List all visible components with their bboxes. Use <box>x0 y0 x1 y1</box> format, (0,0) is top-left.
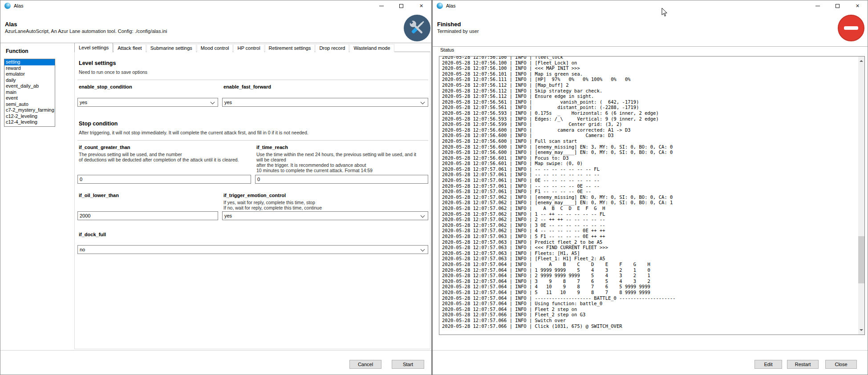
tab[interactable]: Level settings <box>74 43 113 52</box>
log-line: 2020-05-28 12:07:57.066 | INFO | Click (… <box>442 323 857 329</box>
field-description: The previous setting will be used, and t… <box>79 152 251 162</box>
sidebar-item[interactable]: daily <box>4 77 55 84</box>
close-window-button[interactable]: Close <box>825 360 857 369</box>
header-divider <box>433 46 868 47</box>
field-description: Use the time within the next 24 hours, t… <box>256 152 428 173</box>
maximize-button[interactable] <box>827 0 848 11</box>
log-lines: 2020-05-28 12:07:56.100 | INFO | fleet_l… <box>442 56 857 329</box>
maximize-icon <box>836 4 840 8</box>
log-line: 2020-05-28 12:07:57.063 | INFO | Fleets:… <box>442 250 857 256</box>
wrench-icon <box>404 15 430 41</box>
tab[interactable]: Mood control <box>197 44 233 52</box>
titlebar[interactable]: Alas × <box>0 0 431 11</box>
enable-stop-condition-select[interactable]: yes <box>77 98 218 107</box>
sidebar-item[interactable]: reward <box>4 65 55 72</box>
titlebar[interactable]: Alas × <box>433 0 868 11</box>
sidebar-item[interactable]: event <box>4 95 55 101</box>
sidebar-item[interactable]: emulator <box>4 71 55 77</box>
minimize-button[interactable] <box>371 0 391 11</box>
minimize-icon <box>815 6 820 6</box>
log-line: 2020-05-28 12:07:57.064 | INFO | 1 9999 … <box>442 267 857 273</box>
chevron-down-icon <box>421 247 425 252</box>
log-line: 2020-05-28 12:07:57.062 | INFO | 4 -- --… <box>442 228 857 234</box>
log-line: 2020-05-28 12:07:56.601 | INFO | Map swi… <box>442 161 857 166</box>
sidebar-item[interactable]: c7-2_mystery_farming <box>4 107 55 113</box>
log-line: 2020-05-28 12:07:57.062 | INFO | 3 0E --… <box>442 222 857 228</box>
log-line: 2020-05-28 12:07:57.064 | INFO | A B C D… <box>442 262 857 267</box>
if-trigger-emotion-control-select[interactable]: yes <box>222 211 428 220</box>
section-heading: Level settings <box>79 60 428 66</box>
enable-fast-forward-select[interactable]: yes <box>222 98 428 107</box>
close-button[interactable]: × <box>848 0 868 11</box>
maximize-icon <box>399 4 403 8</box>
tab[interactable]: Retirement settings <box>265 44 315 52</box>
log-line: 2020-05-28 12:07:56.599 | INFO | Center … <box>442 121 857 127</box>
log-line: 2020-05-28 12:07:56.100 | INFO | [Fleet_… <box>442 60 857 66</box>
tab-page-level-settings: Level settings Need to run once to save … <box>74 52 430 349</box>
log-line: 2020-05-28 12:07:57.063 | INFO | [Fleet_… <box>442 256 857 262</box>
log-line: 2020-05-28 12:07:56.100 | INFO | <<< MAP… <box>442 65 857 71</box>
scroll-down-icon[interactable] <box>858 328 864 335</box>
maximize-button[interactable] <box>391 0 411 11</box>
minimize-button[interactable] <box>807 0 827 11</box>
tab[interactable]: Wasteland mode <box>349 44 394 52</box>
log-line: 2020-05-28 12:07:56.593 | INFO | Edges: … <box>442 116 857 122</box>
tab[interactable]: HP control <box>233 44 264 52</box>
tab[interactable]: Drop record <box>315 44 349 52</box>
cancel-button[interactable]: Cancel <box>349 360 381 369</box>
sidebar-item[interactable]: setting <box>4 59 55 65</box>
field-description: If yes, wait for reply, complete this ti… <box>223 200 428 210</box>
sidebar-item[interactable]: c12-2_leveling <box>4 113 55 120</box>
function-list[interactable]: settingrewardemulatordailyevent_daily_ab… <box>4 59 55 127</box>
close-icon: × <box>419 3 423 9</box>
field-label-enable-fast-forward: enable_fast_forward <box>223 84 428 89</box>
divider <box>77 140 428 141</box>
scroll-up-icon[interactable] <box>858 56 864 63</box>
field-label-if-dock-full: if_dock_full <box>79 232 428 237</box>
log-line: 2020-05-28 12:07:57.064 | INFO | 3 9 8 7… <box>442 278 857 284</box>
if-time-reach-input[interactable] <box>255 175 428 184</box>
section-description-stop-condition: After triggering, it will not stop immed… <box>79 130 428 135</box>
app-logo-icon <box>4 3 11 9</box>
status-log[interactable]: 2020-05-28 12:07:56.100 | INFO | fleet_l… <box>439 56 865 335</box>
tab[interactable]: Attack fleet <box>114 44 146 52</box>
if-dock-full-select[interactable]: no <box>77 245 428 254</box>
level-settings-form: Level settings Need to run once to save … <box>77 52 428 254</box>
log-line: 2020-05-28 12:07:57.063 | INFO | 5 F1 --… <box>442 234 857 239</box>
log-line: 2020-05-28 12:07:56.593 | INFO | 0.175s … <box>442 110 857 116</box>
section-description: Need to run once to save options <box>79 69 428 75</box>
log-line: 2020-05-28 12:07:56.112 | INFO | Ensure … <box>442 93 857 99</box>
log-line: 2020-05-28 12:07:57.062 | INFO | [enemy_… <box>442 194 857 200</box>
log-line: 2020-05-28 12:07:57.061 | INFO | -- -- -… <box>442 183 857 189</box>
log-scrollbar[interactable] <box>858 56 864 335</box>
page-title: Alas <box>5 21 17 28</box>
sidebar-item[interactable]: semi_auto <box>4 101 55 108</box>
log-line: 2020-05-28 12:07:56.600 | INFO | camera … <box>442 127 857 133</box>
chevron-down-icon <box>421 100 425 105</box>
tab[interactable]: Submarine settings <box>146 44 196 52</box>
sidebar-item[interactable]: c12-4_leveling <box>4 119 55 125</box>
if-oil-lower-than-input[interactable] <box>77 211 218 220</box>
page-subtitle: AzurLaneAutoScript, An Azur Lane automat… <box>5 28 167 34</box>
if-count-greater-than-input[interactable] <box>77 175 251 184</box>
log-line: 2020-05-28 12:07:56.561 | INFO | distant… <box>442 105 857 110</box>
edit-button[interactable]: Edit <box>754 360 782 369</box>
chevron-down-icon <box>421 214 425 218</box>
log-line: 2020-05-28 12:07:57.064 | INFO | Fleet 2… <box>442 306 857 312</box>
restart-button[interactable]: Restart <box>787 360 819 369</box>
start-button[interactable]: Start <box>392 360 424 369</box>
log-line: 2020-05-28 12:07:56.112 | INFO | Skip st… <box>442 88 857 94</box>
log-line: 2020-05-28 12:07:56.111 | INFO | [HP] 97… <box>442 77 857 82</box>
scrollbar-thumb[interactable] <box>858 236 864 283</box>
alas-status-window: Alas × Finished Terminated by user Statu… <box>432 0 868 375</box>
log-line: 2020-05-28 12:07:56.600 | INFO | Camera:… <box>442 133 857 138</box>
log-line: 2020-05-28 12:07:56.112 | INFO | [Map_bu… <box>442 82 857 88</box>
sidebar-item[interactable]: event_daily_ab <box>4 83 55 89</box>
log-line: 2020-05-28 12:07:57.063 | INFO | <<< FIN… <box>442 245 857 250</box>
close-button[interactable]: × <box>411 0 431 11</box>
chevron-down-icon <box>211 100 215 105</box>
log-line: 2020-05-28 12:07:56.100 | INFO | fleet_l… <box>442 56 857 60</box>
status-label: Status <box>440 47 454 52</box>
sidebar-item[interactable]: main <box>4 89 55 96</box>
log-line: 2020-05-28 12:07:56.101 | INFO | Map is … <box>442 71 857 77</box>
